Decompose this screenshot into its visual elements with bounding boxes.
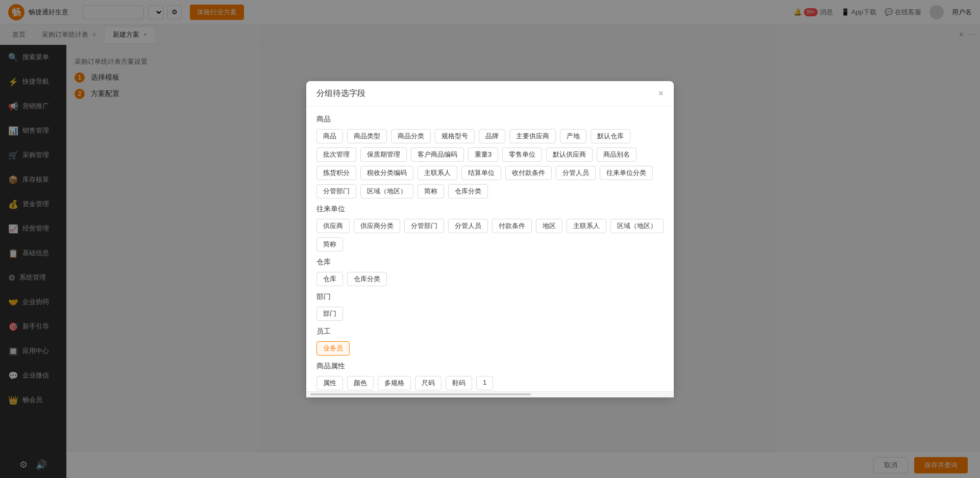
tag-地区[interactable]: 地区 xyxy=(536,219,562,233)
tag-分管部门[interactable]: 分管部门 xyxy=(316,184,356,198)
modal-dialog: 分组待选字段 × 商品商品商品类型商品分类规格型号品牌主要供应商产地默认仓库批次… xyxy=(306,81,674,397)
tag-简称[interactable]: 简称 xyxy=(316,237,343,251)
tag-主联系人[interactable]: 主联系人 xyxy=(567,219,606,233)
tag-供应商[interactable]: 供应商 xyxy=(316,219,350,233)
modal-header: 分组待选字段 × xyxy=(306,81,674,107)
tags-row-员工: 业务员 xyxy=(316,341,664,356)
tag-主联系人[interactable]: 主联系人 xyxy=(418,166,457,180)
tag-批次管理[interactable]: 批次管理 xyxy=(316,147,356,162)
tags-row-商品: 商品商品类型商品分类规格型号品牌主要供应商产地默认仓库批次管理保质期管理客户商品… xyxy=(316,129,664,198)
tag-分管部门[interactable]: 分管部门 xyxy=(404,219,444,233)
tag-部门[interactable]: 部门 xyxy=(316,307,343,321)
tag-分管人员[interactable]: 分管人员 xyxy=(556,166,596,180)
tags-row-部门: 部门 xyxy=(316,307,664,321)
tag-结算单位[interactable]: 结算单位 xyxy=(461,166,501,180)
section-title-仓库: 仓库 xyxy=(316,258,664,267)
tag-区域（地区）[interactable]: 区域（地区） xyxy=(610,219,664,233)
tag-客户商品编码[interactable]: 客户商品编码 xyxy=(411,147,464,162)
modal-body: 商品商品商品类型商品分类规格型号品牌主要供应商产地默认仓库批次管理保质期管理客户… xyxy=(306,107,674,391)
tag-业务员[interactable]: 业务员 xyxy=(316,341,350,356)
tags-row-往来单位: 供应商供应商分类分管部门分管人员付款条件地区主联系人区域（地区）简称 xyxy=(316,219,664,251)
tag-供应商分类[interactable]: 供应商分类 xyxy=(354,219,400,233)
tag-仓库分类[interactable]: 仓库分类 xyxy=(347,272,387,286)
tag-商品类型[interactable]: 商品类型 xyxy=(347,129,387,143)
tag-收付款条件[interactable]: 收付款条件 xyxy=(505,166,552,180)
tag-品牌[interactable]: 品牌 xyxy=(479,129,505,143)
tags-row-商品属性: 属性颜色多规格尺码鞋码1 xyxy=(316,376,664,390)
tag-商品别名[interactable]: 商品别名 xyxy=(597,147,636,162)
section-title-员工: 员工 xyxy=(316,327,664,336)
tag-仓库分类[interactable]: 仓库分类 xyxy=(448,184,488,198)
tags-row-仓库: 仓库仓库分类 xyxy=(316,272,664,286)
tag-尺码[interactable]: 尺码 xyxy=(415,376,442,390)
tag-重量3[interactable]: 重量3 xyxy=(468,147,498,162)
tag-默认供应商[interactable]: 默认供应商 xyxy=(546,147,593,162)
tag-拣货积分[interactable]: 拣货积分 xyxy=(316,166,356,180)
tag-商品分类[interactable]: 商品分类 xyxy=(391,129,431,143)
tag-产地[interactable]: 产地 xyxy=(560,129,586,143)
modal-close-icon[interactable]: × xyxy=(658,88,664,99)
tag-往来单位分类[interactable]: 往来单位分类 xyxy=(600,166,653,180)
modal-overlay: 分组待选字段 × 商品商品商品类型商品分类规格型号品牌主要供应商产地默认仓库批次… xyxy=(0,0,980,478)
tag-属性[interactable]: 属性 xyxy=(316,376,343,390)
tag-零售单位[interactable]: 零售单位 xyxy=(502,147,542,162)
tag-规格型号[interactable]: 规格型号 xyxy=(435,129,475,143)
tag-商品[interactable]: 商品 xyxy=(316,129,343,143)
modal-title: 分组待选字段 xyxy=(316,88,365,99)
tag-主要供应商[interactable]: 主要供应商 xyxy=(509,129,556,143)
section-title-商品属性: 商品属性 xyxy=(316,362,664,371)
tag-区域（地区）[interactable]: 区域（地区） xyxy=(360,184,413,198)
tag-颜色[interactable]: 颜色 xyxy=(347,376,374,390)
tag-默认仓库[interactable]: 默认仓库 xyxy=(591,129,630,143)
tag-鞋码[interactable]: 鞋码 xyxy=(446,376,472,390)
tag-税收分类编码[interactable]: 税收分类编码 xyxy=(360,166,413,180)
tag-1[interactable]: 1 xyxy=(476,376,493,390)
tag-付款条件[interactable]: 付款条件 xyxy=(492,219,532,233)
tag-保质期管理[interactable]: 保质期管理 xyxy=(360,147,407,162)
modal-bottom-scrollbar[interactable] xyxy=(306,391,674,397)
section-title-往来单位: 往来单位 xyxy=(316,205,664,214)
tag-简称[interactable]: 简称 xyxy=(418,184,444,198)
tag-多规格[interactable]: 多规格 xyxy=(378,376,411,390)
section-title-商品: 商品 xyxy=(316,115,664,124)
tag-分管人员[interactable]: 分管人员 xyxy=(448,219,488,233)
section-title-部门: 部门 xyxy=(316,292,664,301)
tag-仓库[interactable]: 仓库 xyxy=(316,272,343,286)
